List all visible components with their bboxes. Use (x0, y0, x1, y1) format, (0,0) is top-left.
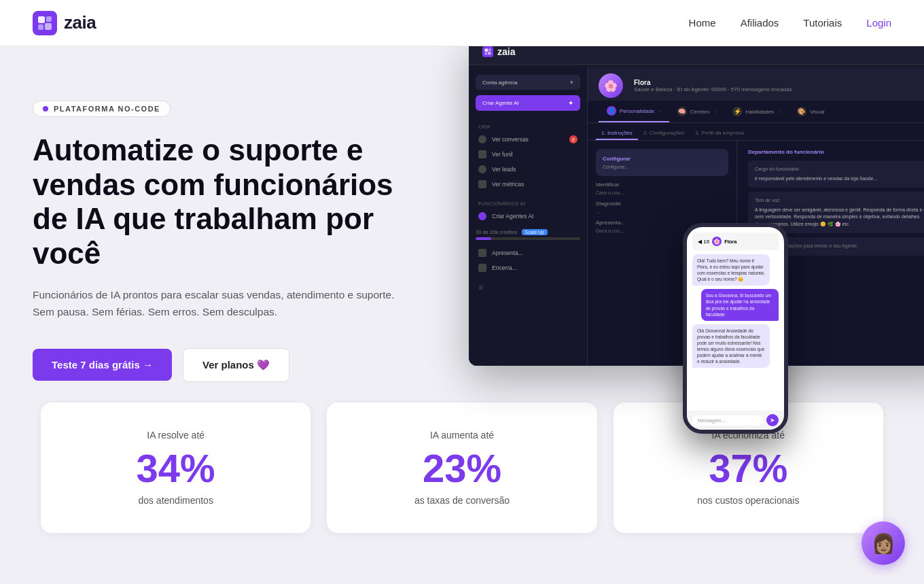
dash-create-button[interactable]: Criar Agente AI ✦ (476, 95, 580, 111)
instructions-tab-3[interactable]: 3. Perfil da empresa (690, 127, 749, 140)
svg-rect-8 (485, 52, 488, 55)
stat-number-3: 37% (635, 449, 861, 488)
logo-text: zaia (64, 12, 96, 33)
logo-icon (33, 11, 57, 35)
agent-subtitle: Saúde e Beleza · ID do Agente: 00000 · 5… (634, 86, 924, 92)
agent-name: Flora (634, 79, 924, 86)
menu-ver-leads[interactable]: Ver leads (469, 162, 587, 177)
funcionarios-label: FUNCIONÁRIOS AI (469, 199, 587, 209)
svg-rect-4 (45, 23, 52, 30)
svg-rect-6 (485, 49, 488, 52)
dash-tab-bar: 👤 Personalidade › 🧠 Cérebro › ⚡ Habilida… (588, 101, 924, 123)
dash-top-bar: zaia ≡ (469, 46, 924, 65)
instruction-block-1: Cargo do funcionário é responsável pelo … (748, 160, 924, 188)
hero-badge: PLATAFORMA NO-CODE (33, 101, 171, 117)
phone-mockup: ◀ 16 🌸 Flora Olá! Tudo bem? Meu nome é F… (683, 223, 788, 434)
stat-label-2: IA aumenta até (349, 430, 575, 441)
hero-subtitle: Funcionários de IA prontos para escalar … (33, 287, 413, 321)
agent-info: Flora Saúde e Beleza · ID do Agente: 000… (634, 79, 924, 92)
tab-cerebro[interactable]: 🧠 Cérebro › (669, 101, 725, 122)
credits-info: 30 de 20k créditos Scale Up (476, 229, 580, 240)
menu-ver-conversas[interactable]: Ver conversas 8 (469, 132, 587, 147)
svg-rect-9 (488, 52, 491, 54)
navbar: zaia Home Afiliados Tutoriais Login (0, 0, 924, 46)
dash-logo-text: zaia (497, 46, 515, 57)
nav-home[interactable]: Home (689, 17, 716, 29)
tab-habilidades[interactable]: ⚡ Habilidades › (724, 101, 788, 122)
svg-rect-0 (33, 11, 57, 35)
crm-label: CRM (469, 122, 587, 132)
svg-rect-5 (482, 46, 493, 57)
tab-personalidade[interactable]: 👤 Personalidade › (599, 101, 669, 122)
hero-left: PLATAFORMA NO-CODE Automatize o suporte … (33, 87, 413, 382)
tab-visual[interactable]: 🎨 Visual (789, 101, 833, 122)
svg-rect-3 (38, 24, 43, 30)
stat-card-1: IA resolve até 34% dos atendimentos (41, 402, 310, 533)
logo[interactable]: zaia (33, 11, 96, 35)
instructions-tab-2[interactable]: 2. Configurações (638, 127, 690, 140)
menu-encerra[interactable]: Encerra... (469, 260, 587, 275)
avatar-image: 👩🏽 (861, 521, 905, 565)
agent-avatar: 🌸 (599, 73, 623, 98)
cta-primary-button[interactable]: Teste 7 dias grátis → (33, 349, 172, 381)
hero-title: Automatize o suporte e vendas com funcio… (33, 133, 413, 271)
dash-logo-icon (482, 46, 493, 57)
dash-sidebar: Conta agência ▾ Criar Agente AI ✦ CRM Ve… (469, 67, 588, 366)
chat-bubble-1: Olá! Tudo bem? Meu nome é Flora, e eu es… (692, 254, 770, 286)
nav-tutoriais[interactable]: Tutoriais (803, 17, 842, 29)
chat-bubble-2: Sou a Giovanna, tô buscando um dica pra … (701, 289, 779, 320)
chat-bubble-3: Olá Giovanna! Ansiedade de provas e trab… (692, 324, 770, 368)
svg-rect-7 (488, 49, 491, 52)
chat-avatar[interactable]: 👩🏽 (861, 521, 905, 565)
hero-section: PLATAFORMA NO-CODE Automatize o suporte … (0, 46, 924, 382)
menu-apresenta[interactable]: Apresenta... (469, 245, 587, 260)
menu-ver-funil[interactable]: Ver funil (469, 147, 587, 162)
nav-login[interactable]: Login (866, 17, 891, 29)
stat-label-1: IA resolve até (63, 430, 289, 441)
section-title: Departamento do funcionário (748, 149, 924, 155)
badge-dot (43, 106, 48, 111)
nav-afiliados[interactable]: Afiliados (741, 17, 779, 29)
instructions-tab-1[interactable]: 1. Instruções (596, 127, 638, 140)
scale-up-button[interactable]: Scale Up (522, 229, 548, 235)
menu-ver-metricas[interactable]: Ver métricas (469, 177, 587, 192)
stats-section: IA resolve até 34% dos atendimentos IA a… (0, 402, 924, 560)
agent-profile: 🌸 Flora Saúde e Beleza · ID do Agente: 0… (588, 68, 924, 104)
dash-dropdown[interactable]: Conta agência ▾ (476, 75, 580, 90)
cta-secondary-button[interactable]: Ver planos 💜 (183, 348, 289, 382)
phone-chat: ◀ 16 🌸 Flora Olá! Tudo bem? Meu nome é F… (687, 227, 784, 430)
stat-sublabel-3: nos custos operacionais (635, 495, 861, 506)
phone-chat-header: ◀ 16 🌸 Flora (692, 233, 779, 250)
config-card-1[interactable]: Configurar Configurar... (596, 149, 728, 176)
stat-number-1: 34% (63, 449, 289, 488)
stat-sublabel-1: dos atendimentos (63, 495, 289, 506)
stat-sublabel-2: as taxas de conversão (349, 495, 575, 506)
menu-criar-agente[interactable]: Criar Agentes AI (469, 209, 587, 224)
stat-number-2: 23% (349, 449, 575, 488)
dash-logo: zaia (482, 46, 515, 57)
stat-card-2: IA aumenta até 23% as taxas de conversão (327, 402, 597, 533)
svg-rect-2 (46, 16, 52, 22)
nav-links: Home Afiliados Tutoriais Login (689, 17, 891, 29)
svg-rect-1 (38, 16, 45, 23)
hero-buttons: Teste 7 dias grátis → Ver planos 💜 (33, 348, 413, 382)
